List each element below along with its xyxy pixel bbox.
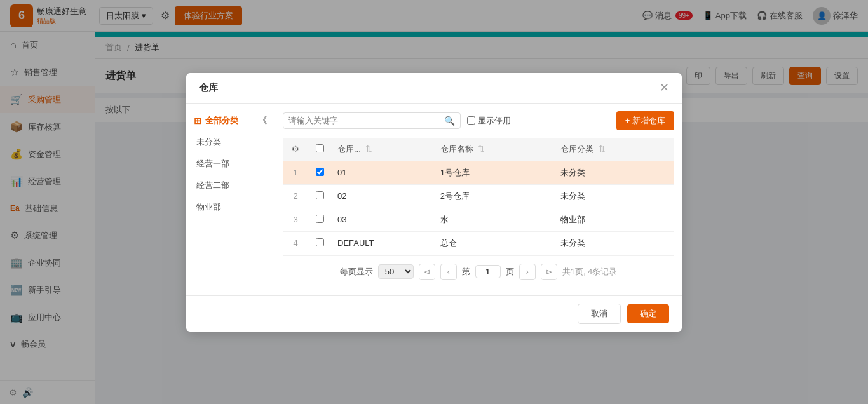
search-input[interactable]	[288, 116, 444, 125]
row-name: 1号仓库	[434, 161, 554, 184]
row-category: 物业部	[554, 208, 674, 231]
category-item-1[interactable]: 经营一部	[186, 153, 275, 175]
row-code: 03	[331, 208, 434, 231]
modal-overlay: 仓库 ✕ ⊞ 全部分类 《 未分类 经营一部 经营二部 物业部	[0, 0, 868, 404]
category-item-2[interactable]: 经营二部	[186, 175, 275, 196]
row-check[interactable]	[308, 184, 331, 208]
warehouse-table: ⚙ 仓库... ⇅ 仓库名称 ⇅	[283, 138, 674, 255]
confirm-button[interactable]: 确定	[627, 304, 669, 323]
col-header-check	[308, 138, 331, 161]
page-size-select[interactable]: 50 20 100	[378, 264, 414, 279]
page-info: 共1页, 4条记录	[562, 266, 618, 278]
row-check[interactable]	[308, 161, 331, 184]
sidebar-collapse-icon[interactable]: 《	[258, 115, 267, 126]
next-page-button[interactable]: ›	[519, 264, 536, 280]
category-sidebar: ⊞ 全部分类 《 未分类 经营一部 经营二部 物业部	[186, 104, 275, 295]
col-header-setting[interactable]: ⚙	[283, 138, 308, 161]
row-name: 2号仓库	[434, 184, 554, 208]
table: ⚙ 仓库... ⇅ 仓库名称 ⇅	[283, 138, 674, 255]
col-header-name: 仓库名称 ⇅	[434, 138, 554, 161]
dialog-title: 仓库	[199, 82, 218, 94]
grid-icon: ⊞	[194, 116, 201, 126]
table-row[interactable]: 4 DEFAULT 总仓 未分类	[283, 231, 674, 255]
all-categories-item[interactable]: ⊞ 全部分类 《	[186, 110, 275, 131]
search-icon: 🔍	[444, 116, 455, 126]
sort-icon-category: ⇅	[599, 144, 606, 154]
prev-page-button[interactable]: ‹	[440, 264, 457, 280]
row-category: 未分类	[554, 161, 674, 184]
dialog-body: ⊞ 全部分类 《 未分类 经营一部 经营二部 物业部 🔍	[186, 104, 682, 295]
dialog-header: 仓库 ✕	[186, 73, 682, 104]
dialog-footer: 取消 确定	[186, 295, 682, 332]
warehouse-dialog: 仓库 ✕ ⊞ 全部分类 《 未分类 经营一部 经营二部 物业部	[186, 73, 682, 332]
sort-icon-name: ⇅	[478, 144, 485, 154]
dialog-toolbar: 🔍 显示停用 + 新增仓库	[283, 111, 674, 130]
row-code: DEFAULT	[331, 231, 434, 255]
last-page-button[interactable]: ⊳	[541, 264, 557, 280]
search-box: 🔍	[283, 112, 461, 129]
dialog-main: 🔍 显示停用 + 新增仓库 ⚙	[275, 104, 682, 295]
page-number-input[interactable]	[475, 265, 501, 278]
first-page-button[interactable]: ⊲	[419, 264, 435, 280]
category-item-3[interactable]: 物业部	[186, 196, 275, 218]
row-num: 3	[283, 208, 308, 231]
row-code: 01	[331, 161, 434, 184]
show-disabled-label[interactable]: 显示停用	[467, 115, 511, 126]
row-category: 未分类	[554, 184, 674, 208]
col-header-code: 仓库... ⇅	[331, 138, 434, 161]
row-check[interactable]	[308, 231, 331, 255]
cancel-button[interactable]: 取消	[578, 304, 621, 324]
row-check[interactable]	[308, 208, 331, 231]
row-num: 1	[283, 161, 308, 184]
category-item-0[interactable]: 未分类	[186, 131, 275, 153]
pagination: 每页显示 50 20 100 ⊲ ‹ 第 页 › ⊳ 共1页, 4条记录	[283, 255, 674, 288]
row-category: 未分类	[554, 231, 674, 255]
row-code: 02	[331, 184, 434, 208]
sort-icon-code: ⇅	[365, 144, 372, 154]
table-row[interactable]: 1 01 1号仓库 未分类	[283, 161, 674, 184]
row-name: 水	[434, 208, 554, 231]
table-row[interactable]: 3 03 水 物业部	[283, 208, 674, 231]
row-name: 总仓	[434, 231, 554, 255]
show-disabled-checkbox[interactable]	[467, 116, 475, 125]
dialog-close-button[interactable]: ✕	[660, 82, 669, 93]
col-header-category: 仓库分类 ⇅	[554, 138, 674, 161]
table-row[interactable]: 2 02 2号仓库 未分类	[283, 184, 674, 208]
row-num: 4	[283, 231, 308, 255]
row-num: 2	[283, 184, 308, 208]
table-header-row: ⚙ 仓库... ⇅ 仓库名称 ⇅	[283, 138, 674, 161]
select-all-checkbox[interactable]	[316, 144, 324, 152]
add-warehouse-button[interactable]: + 新增仓库	[616, 111, 674, 130]
table-body: 1 01 1号仓库 未分类 2 02 2号仓库 未分类 3 03 水 物业部 4…	[283, 161, 674, 255]
